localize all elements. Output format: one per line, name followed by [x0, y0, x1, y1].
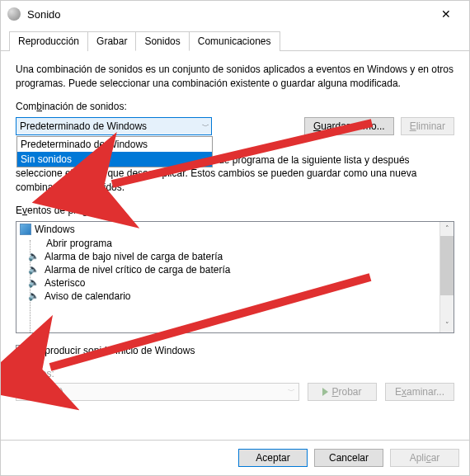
- scheme-selected-value: Predeterminado de Windows: [20, 120, 147, 132]
- chevron-down-icon: ﹀: [288, 386, 295, 397]
- speaker-icon: [28, 290, 40, 302]
- events-listbox[interactable]: Windows Abrir programa Alarma de bajo ni…: [16, 221, 454, 333]
- scroll-up-button[interactable]: ˄: [440, 222, 454, 236]
- tab-sonidos[interactable]: Sonidos: [135, 31, 189, 51]
- dialog-button-row: Aceptar Cancelar Aplicar: [1, 440, 469, 475]
- scheme-combobox[interactable]: Predeterminado de Windows ﹀ Predetermina…: [16, 117, 212, 135]
- event-item[interactable]: Alarma de nivel crítico de carga de bate…: [16, 263, 454, 276]
- test-button: Probar: [308, 383, 377, 401]
- events-root[interactable]: Windows: [16, 222, 454, 237]
- sound-file-combobox: (Ninguno) ﹀: [16, 383, 299, 401]
- event-item[interactable]: Abrir programa: [16, 237, 454, 250]
- browse-button: Examinar...: [385, 383, 454, 401]
- scroll-down-button[interactable]: ˅: [440, 318, 454, 332]
- play-icon: [322, 388, 328, 396]
- app-icon: [7, 7, 21, 21]
- titlebar: Sonido ✕: [1, 1, 469, 27]
- close-button[interactable]: ✕: [430, 2, 463, 26]
- sounds-label: Sonidos:: [16, 368, 454, 379]
- events-label: Eventos de programa:: [16, 205, 454, 216]
- scheme-option-default[interactable]: Predeterminado de Windows: [17, 137, 212, 152]
- tab-strip: Reproducción Grabar Sonidos Comunicacion…: [1, 27, 469, 51]
- tab-comunicaciones[interactable]: Comunicaciones: [189, 31, 280, 51]
- cancel-button[interactable]: Cancelar: [314, 449, 383, 467]
- chevron-down-icon: ﹀: [202, 120, 209, 131]
- apply-button: Aplicar: [390, 449, 459, 467]
- scheme-description: Una combinación de sonidos es un conjunt…: [16, 63, 454, 91]
- speaker-icon: [28, 264, 40, 276]
- scrollbar[interactable]: ˄ ˅: [439, 222, 454, 332]
- events-items: Abrir programa Alarma de bajo nivel de c…: [16, 237, 454, 303]
- window-title: Sonido: [27, 8, 430, 21]
- speaker-icon: [28, 277, 40, 289]
- ok-button[interactable]: Aceptar: [238, 449, 308, 467]
- delete-button: Eliminar: [401, 117, 454, 135]
- event-item[interactable]: Asterisco: [16, 276, 454, 290]
- windows-icon: [20, 224, 31, 235]
- scroll-thumb[interactable]: [440, 236, 454, 295]
- save-as-button[interactable]: Guardar como...: [304, 117, 394, 135]
- event-item[interactable]: Aviso de calendario: [16, 290, 454, 303]
- scheme-label: Combinación de sonidos:: [16, 101, 454, 112]
- tab-content: Una combinación de sonidos es un conjunt…: [1, 51, 469, 409]
- startup-sound-label: Reproducir sonido Inicio de Windows: [32, 345, 195, 356]
- scheme-option-nosounds[interactable]: Sin sonidos: [17, 152, 212, 167]
- tab-reproduccion[interactable]: Reproducción: [9, 31, 88, 51]
- scheme-dropdown: Predeterminado de Windows Sin sonidos: [16, 136, 213, 167]
- startup-sound-checkbox[interactable]: [16, 345, 27, 356]
- event-item[interactable]: Alarma de bajo nivel de carga de batería: [16, 250, 454, 263]
- tab-grabar[interactable]: Grabar: [87, 31, 136, 51]
- speaker-icon: [28, 251, 40, 262]
